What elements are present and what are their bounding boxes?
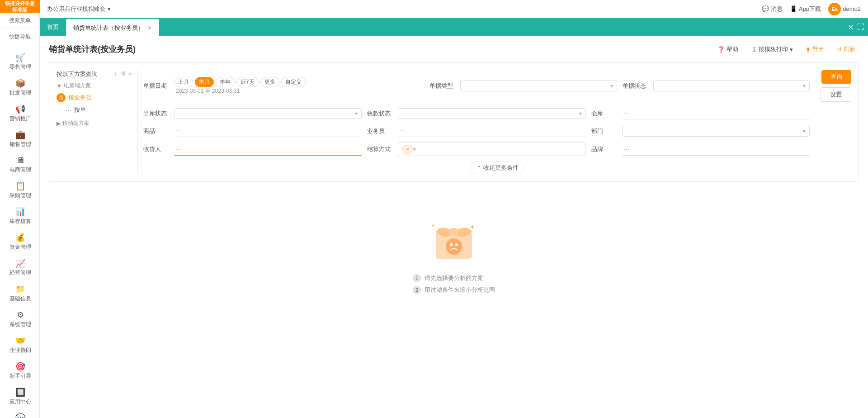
sidebar-item-retail-label: 零售管理: [9, 63, 31, 71]
tab-close-window-btn[interactable]: ✕: [848, 23, 854, 32]
date-btn-last-month[interactable]: 上月: [174, 77, 193, 87]
date-btn-custom[interactable]: 自定义: [281, 77, 306, 87]
salesperson-input[interactable]: ···: [398, 125, 585, 137]
salesperson-dots[interactable]: ···: [400, 127, 406, 135]
settlement-select[interactable]: × ▾: [398, 142, 585, 156]
left-panel-settings-btn[interactable]: ⚙: [121, 70, 126, 78]
filter-warehouse: 仓库 ···: [591, 107, 810, 119]
date-btn-7days[interactable]: 近7天: [236, 77, 259, 87]
sales-icon: 💼: [15, 130, 25, 140]
sidebar-item-finance[interactable]: 💰 资金管理: [0, 229, 39, 255]
sidebar-item-marketing[interactable]: 📢 营销推广: [0, 100, 39, 126]
warehouse-dots[interactable]: ···: [624, 109, 630, 117]
date-btn-this-year[interactable]: 本年: [216, 77, 235, 87]
sidebar-item-retail[interactable]: 🛒 零售管理: [0, 49, 39, 75]
brand-input[interactable]: ···: [622, 143, 810, 156]
query-btn[interactable]: 查询: [821, 70, 851, 84]
sidebar-item-operation-label: 经营管理: [9, 269, 31, 277]
consignee-input[interactable]: ···: [174, 143, 362, 156]
date-label: 单据日期: [143, 82, 170, 90]
tree-sub-by-order-label: 按单: [74, 106, 86, 114]
sidebar-quicknav-label[interactable]: 快捷导航: [9, 30, 31, 43]
doc-status-select[interactable]: ▾: [653, 81, 810, 91]
sidebar-search-section: 搜索菜单: [0, 13, 39, 28]
user-menu[interactable]: Ea demo2: [828, 3, 861, 15]
app-download-btn[interactable]: 📱 App下载: [790, 5, 821, 13]
settlement-tag-close[interactable]: ×: [406, 146, 409, 152]
payment-status-arrow: ▾: [579, 110, 582, 117]
current-module-label: 办公用品行业模拟账套: [47, 5, 106, 13]
export-icon: ⬆: [806, 46, 811, 53]
tab-expand-btn[interactable]: ⛶: [857, 23, 864, 31]
filter-row-4: 收货人 ··· 结算方式 ×: [143, 142, 851, 156]
salesperson-label: 业务员: [367, 127, 394, 135]
tabs-right-actions: ✕ ⛶: [848, 23, 868, 32]
refresh-btn[interactable]: ↺ 刷新: [833, 43, 859, 55]
sidebar-item-wholesale[interactable]: 📦 批发管理: [0, 75, 39, 100]
svg-text:✦: ✦: [470, 223, 475, 231]
template-print-label: 按模板打印: [759, 45, 788, 53]
date-btn-this-month[interactable]: 本月: [195, 77, 214, 87]
filter-payment-status: 收款状态 ▾: [367, 108, 585, 119]
department-arrow: ▾: [803, 128, 806, 134]
consignee-dots[interactable]: ···: [176, 145, 182, 153]
module-selector[interactable]: 办公用品行业模拟账套 ▾: [47, 5, 111, 13]
sidebar-item-enterprise[interactable]: 🤝 企业协同: [0, 332, 39, 358]
goods-dots[interactable]: ···: [176, 127, 182, 135]
hint-1: 1 请先选择要分析的方案: [413, 274, 495, 282]
sidebar-item-purchase[interactable]: 📋 采购管理: [0, 177, 39, 203]
empty-illustration: ✦ ✦: [427, 218, 481, 263]
sidebar-item-newbie[interactable]: 🎯 新手引导: [0, 358, 39, 384]
date-btn-more[interactable]: 更多: [260, 77, 279, 87]
filter-section: 按以下方案查询 + ⚙ « ▼ 电脑端方案 员: [49, 62, 859, 182]
help-icon: ❓: [717, 46, 725, 53]
sidebar-search-label[interactable]: 搜索菜单: [9, 17, 31, 24]
sidebar: 畅捷通好生意 标准版 搜索菜单 快捷导航 🛒 零售管理 📦 批发管理 📢 营销推…: [0, 0, 40, 418]
module-dropdown-icon: ▾: [108, 5, 111, 12]
left-panel-collapse-btn[interactable]: «: [129, 70, 132, 78]
message-btn[interactable]: 💬 消息: [762, 5, 783, 13]
settlement-tag[interactable]: ×: [402, 145, 413, 154]
collapse-label: 收起更多条件: [483, 164, 519, 172]
desktop-section-label[interactable]: ▼ 电脑端方案: [57, 82, 132, 90]
sidebar-item-sales[interactable]: 💼 销售管理: [0, 126, 39, 152]
wechat-icon: 💬: [15, 413, 25, 418]
template-print-btn[interactable]: 🖨 按模板打印 ▾: [747, 43, 797, 55]
settings-btn[interactable]: 设置: [821, 87, 851, 102]
brand-dots[interactable]: ···: [624, 145, 630, 153]
hint-1-text: 请先选择要分析的方案: [425, 274, 483, 282]
mobile-section-label[interactable]: ▶ 移动端方案: [57, 119, 132, 127]
out-status-label: 出库状态: [143, 109, 170, 118]
collapse-btn[interactable]: ⌃ 收起更多条件: [471, 162, 524, 174]
doc-type-select[interactable]: ▾: [460, 81, 617, 91]
tab-home-label: 首页: [47, 23, 59, 31]
out-status-select[interactable]: ▾: [174, 108, 362, 119]
sidebar-item-ecommerce[interactable]: 🖥 电商管理: [0, 152, 39, 177]
warehouse-input[interactable]: ···: [622, 107, 810, 119]
filter-row-2: 出库状态 ▾ 收款状态 ▾: [143, 107, 851, 119]
sidebar-item-wechat[interactable]: 💬 企业微信: [0, 409, 39, 418]
sidebar-item-operation[interactable]: 📈 经营管理: [0, 255, 39, 280]
sidebar-item-inventory[interactable]: 📊 库存核算: [0, 203, 39, 229]
tab-close-icon[interactable]: ✕: [147, 25, 152, 31]
export-btn[interactable]: ⬆ 导出: [802, 43, 828, 55]
tree-sub-items: ⋯ 按单: [57, 104, 132, 116]
payment-status-select[interactable]: ▾: [398, 108, 585, 119]
left-panel-add-btn[interactable]: +: [113, 70, 118, 78]
tree-sub-by-order[interactable]: ⋯ 按单: [66, 104, 132, 116]
sidebar-item-basic[interactable]: 📁 基础信息: [0, 280, 39, 306]
tab-sales-stat[interactable]: 销货单统计表（按业务员） ✕: [66, 19, 159, 37]
help-btn[interactable]: ❓ 帮助: [714, 43, 742, 55]
goods-input[interactable]: ···: [174, 125, 362, 137]
settlement-arrow: ▾: [413, 146, 416, 152]
tree-item-by-salesperson[interactable]: 员 按业务员: [57, 91, 132, 104]
sidebar-item-system[interactable]: ⚙ 系统管理: [0, 306, 39, 332]
refresh-icon: ↺: [837, 46, 842, 53]
department-select[interactable]: ▾: [622, 126, 810, 137]
sidebar-item-app-center[interactable]: 🔲 应用中心: [0, 384, 39, 409]
logo-text: 畅捷通好生意 标准版: [5, 0, 35, 13]
tab-home[interactable]: 首页: [40, 18, 66, 36]
filter-out-status: 出库状态 ▾: [143, 108, 362, 119]
date-range-text: 2023-03-01 至 2023-03-31: [176, 87, 424, 95]
date-buttons: 上月 本月 本年 近7天 更多 自定义: [174, 77, 424, 87]
